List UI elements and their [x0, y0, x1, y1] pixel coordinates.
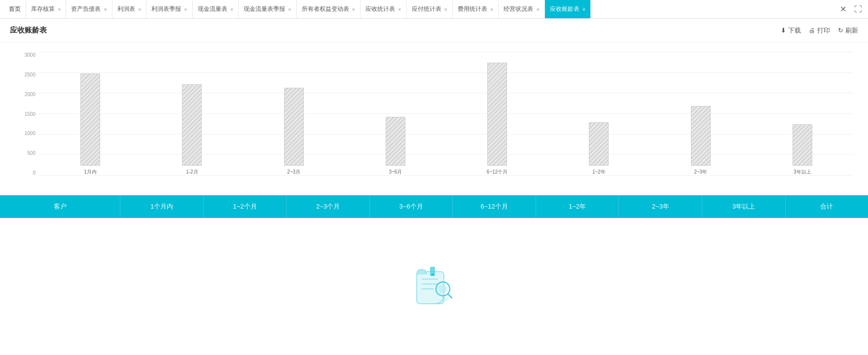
print-icon: 🖨	[809, 27, 815, 34]
y-label: 3000	[25, 52, 36, 58]
bar-label-3~6月: 3~6月	[389, 169, 402, 176]
bar-label-3年以上: 3年以上	[794, 169, 811, 176]
table-header: 客户1个月内1~2个月2~3个月3~6个月6~12个月1~2年2~3年3年以上合…	[0, 195, 868, 218]
bar-group-3年以上: 3年以上	[752, 124, 853, 176]
bar-2~3月	[284, 88, 304, 166]
bar-1-2月	[182, 84, 202, 166]
bar-label-1-2月: 1-2月	[186, 169, 198, 176]
tab-label-profit: 利润表	[117, 5, 135, 13]
bars-container: 1月内1-2月2~3月3~6月6~12个月1~2年2~3年3年以上	[39, 52, 853, 176]
table-header-col-0: 客户	[0, 195, 120, 218]
tab-label-operations: 经营状况表	[504, 5, 533, 13]
download-label: 下载	[788, 26, 801, 35]
main-content: 050010001500200025003000 1月内1-2月2~3月3~6月…	[0, 42, 868, 355]
header-actions: ⬇下载🖨打印↻刷新	[781, 26, 858, 35]
empty-icon	[404, 262, 464, 311]
table-header-col-9: 合计	[786, 195, 868, 218]
table-header-col-6: 1~2年	[536, 195, 619, 218]
bar-label-2~3月: 2~3月	[287, 169, 300, 176]
tab-label-profit-quarterly: 利润表季报	[151, 5, 181, 13]
tab-label-expense-stat: 费用统计表	[458, 5, 487, 13]
tab-item-home[interactable]: 首页	[4, 0, 26, 19]
y-label: 1000	[25, 131, 36, 136]
tab-item-profit[interactable]: 利润表×	[112, 0, 146, 19]
print-button[interactable]: 🖨打印	[809, 26, 830, 35]
tab-close-ar-aging[interactable]: ×	[582, 6, 585, 12]
y-label: 0	[33, 170, 36, 176]
bar-label-6~12个月: 6~12个月	[487, 169, 508, 176]
bar-group-1~2年: 1~2年	[548, 122, 650, 176]
refresh-label: 刷新	[845, 26, 858, 35]
tab-close-balance[interactable]: ×	[104, 6, 107, 12]
tab-item-ar-aging[interactable]: 应收账龄表×	[545, 0, 591, 19]
table-header-col-8: 3年以上	[702, 195, 786, 218]
tab-close-cashflow-quarterly[interactable]: ×	[288, 6, 291, 12]
table-header-col-2: 1~2个月	[204, 195, 287, 218]
table-header-col-7: 2~3年	[619, 195, 702, 218]
bar-group-1-2月: 1-2月	[141, 84, 243, 176]
y-label: 1500	[25, 111, 36, 117]
chart-area: 050010001500200025003000 1月内1-2月2~3月3~6月…	[0, 42, 868, 195]
print-label: 打印	[817, 26, 830, 35]
tab-close-inventory[interactable]: ×	[58, 6, 61, 12]
tab-item-inventory[interactable]: 库存核算×	[26, 0, 66, 19]
tab-close-cashflow[interactable]: ×	[230, 6, 233, 12]
tab-close-payable-stat[interactable]: ×	[444, 6, 447, 12]
bar-3年以上	[793, 124, 812, 166]
tab-item-balance[interactable]: 资产负债表×	[66, 0, 112, 19]
svg-line-7	[448, 294, 452, 298]
table-header-col-4: 3~6个月	[370, 195, 453, 218]
close-window-icon[interactable]: ✕	[838, 3, 848, 15]
tab-label-balance: 资产负债表	[71, 5, 101, 13]
bar-label-1月内: 1月内	[84, 169, 97, 176]
tab-item-receivable-stat[interactable]: 应收统计表×	[361, 0, 406, 19]
bar-1~2年	[589, 122, 609, 166]
y-label: 2500	[25, 72, 36, 77]
download-button[interactable]: ⬇下载	[781, 26, 801, 35]
tab-bar: 首页库存核算×资产负债表×利润表×利润表季报×现金流量表×现金流量表季报×所有者…	[0, 0, 868, 19]
refresh-button[interactable]: ↻刷新	[838, 26, 858, 35]
bar-chart: 050010001500200025003000 1月内1-2月2~3月3~6月…	[15, 52, 853, 190]
tab-item-equity[interactable]: 所有者权益变动表×	[297, 0, 361, 19]
tab-item-payable-stat[interactable]: 应付统计表×	[407, 0, 453, 19]
svg-point-6	[438, 284, 447, 293]
tab-label-home: 首页	[9, 5, 21, 13]
bar-label-2~3年: 2~3年	[694, 169, 707, 176]
bar-label-1~2年: 1~2年	[592, 169, 606, 176]
tab-label-cashflow: 现金流量表	[198, 5, 227, 13]
tab-label-receivable-stat: 应收统计表	[365, 5, 395, 13]
tab-label-ar-aging: 应收账龄表	[550, 5, 579, 13]
tab-close-receivable-stat[interactable]: ×	[398, 6, 401, 12]
refresh-icon: ↻	[838, 27, 843, 34]
y-label: 500	[27, 150, 36, 156]
empty-state	[0, 218, 868, 355]
window-controls: ✕ ⛶	[838, 3, 864, 15]
download-icon: ⬇	[781, 27, 786, 34]
tab-close-profit-quarterly[interactable]: ×	[184, 6, 187, 12]
tab-close-expense-stat[interactable]: ×	[490, 6, 493, 12]
tab-item-profit-quarterly[interactable]: 利润表季报×	[146, 0, 192, 19]
bar-group-6~12个月: 6~12个月	[446, 63, 548, 176]
bar-2~3年	[691, 106, 711, 166]
bar-group-2~3月: 2~3月	[243, 88, 345, 176]
page-title: 应收账龄表	[10, 26, 47, 35]
bar-6~12个月	[487, 63, 507, 166]
tab-item-expense-stat[interactable]: 费用统计表×	[453, 0, 499, 19]
page-header: 应收账龄表 ⬇下载🖨打印↻刷新	[0, 19, 868, 42]
chart-y-axis: 050010001500200025003000	[15, 52, 38, 176]
maximize-window-icon[interactable]: ⛶	[852, 4, 864, 15]
tab-label-payable-stat: 应付统计表	[412, 5, 441, 13]
bar-3~6月	[386, 117, 405, 166]
tab-close-equity[interactable]: ×	[352, 6, 355, 12]
bar-group-2~3年: 2~3年	[650, 106, 752, 176]
table-header-col-5: 6~12个月	[453, 195, 536, 218]
tab-close-operations[interactable]: ×	[536, 6, 539, 12]
bar-group-3~6月: 3~6月	[345, 117, 446, 176]
tab-item-operations[interactable]: 经营状况表×	[499, 0, 544, 19]
tab-item-cashflow-quarterly[interactable]: 现金流量表季报×	[239, 0, 296, 19]
bar-1月内	[80, 73, 100, 166]
tab-close-profit[interactable]: ×	[138, 6, 141, 12]
table-header-col-3: 2~3个月	[287, 195, 370, 218]
tab-item-cashflow[interactable]: 现金流量表×	[193, 0, 239, 19]
tab-label-inventory: 库存核算	[31, 5, 55, 13]
